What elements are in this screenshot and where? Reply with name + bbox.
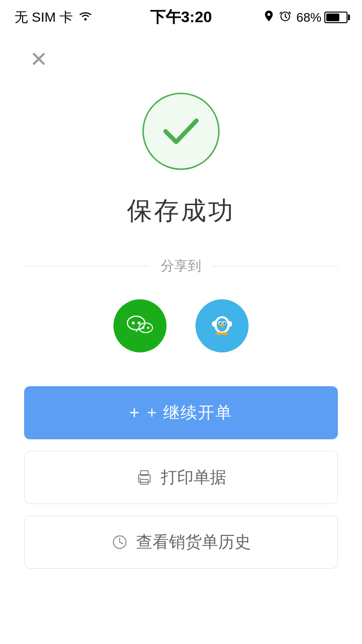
svg-point-12 xyxy=(220,322,222,324)
battery-container: 68% xyxy=(296,10,348,25)
close-icon: ✕ xyxy=(30,47,48,71)
success-circle xyxy=(142,93,220,170)
svg-point-3 xyxy=(132,322,135,324)
wifi-icon xyxy=(78,10,93,25)
svg-point-4 xyxy=(138,322,140,324)
history-icon xyxy=(111,533,128,551)
history-label: 查看销货单历史 xyxy=(136,531,251,553)
svg-point-18 xyxy=(222,332,228,335)
wechat-icon xyxy=(125,312,155,339)
success-title: 保存成功 xyxy=(127,194,235,228)
alarm-icon xyxy=(279,10,292,26)
share-divider: 分享到 xyxy=(24,257,338,275)
svg-point-5 xyxy=(139,323,153,333)
close-button[interactable]: ✕ xyxy=(24,44,53,73)
continue-button[interactable]: + + 继续开单 xyxy=(24,386,338,439)
main-content: ✕ 保存成功 分享到 xyxy=(0,35,362,578)
qq-icon xyxy=(208,311,237,340)
status-left: 无 SIM 卡 xyxy=(14,8,93,27)
svg-point-13 xyxy=(223,322,225,324)
continue-label: + 继续开单 xyxy=(147,402,233,424)
status-right: 68% xyxy=(264,10,348,26)
checkmark-icon xyxy=(162,117,200,146)
no-sim-text: 无 SIM 卡 xyxy=(14,8,73,27)
print-icon xyxy=(136,469,153,486)
plus-icon: + xyxy=(129,403,139,423)
svg-point-16 xyxy=(227,321,232,327)
svg-point-14 xyxy=(220,325,224,327)
divider-left xyxy=(24,266,149,266)
battery-icon xyxy=(324,12,348,23)
history-button[interactable]: 查看销货单历史 xyxy=(24,516,338,569)
print-label: 打印单据 xyxy=(161,466,226,489)
action-buttons: + + 继续开单 打印单据 查看销货单历史 xyxy=(24,386,338,569)
battery-percent: 68% xyxy=(296,10,321,25)
svg-point-22 xyxy=(139,478,141,479)
svg-point-2 xyxy=(127,316,145,330)
share-qq-button[interactable] xyxy=(195,299,249,352)
status-bar: 无 SIM 卡 下午3:20 68% xyxy=(0,0,362,35)
print-button[interactable]: 打印单据 xyxy=(24,451,338,504)
svg-point-7 xyxy=(147,327,149,329)
svg-point-15 xyxy=(212,321,217,327)
share-icons xyxy=(113,299,249,352)
share-label: 分享到 xyxy=(149,257,213,275)
share-wechat-button[interactable] xyxy=(113,299,167,352)
svg-point-6 xyxy=(142,327,144,329)
svg-point-0 xyxy=(84,18,87,21)
location-icon xyxy=(264,10,274,26)
svg-point-17 xyxy=(216,332,223,335)
status-time: 下午3:20 xyxy=(150,7,212,28)
divider-right xyxy=(213,266,338,266)
